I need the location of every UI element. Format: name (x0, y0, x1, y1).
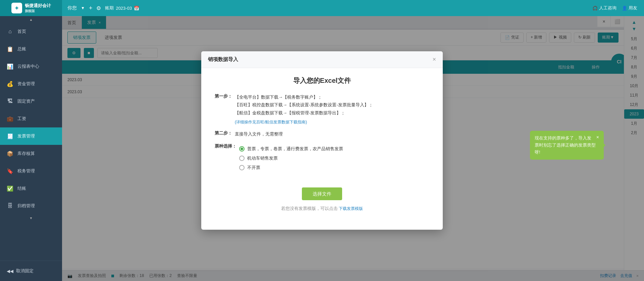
top-bar: ✦ 畅捷通好会计 旗舰版 你您 ▼ + ⚙ 账期 2023-03 📅 🎧 人工咨… (0, 0, 644, 16)
settlement-icon: ✅ (7, 185, 13, 192)
guide-link[interactable]: (详细操作见百旺/航信发票数据下载指南) (235, 120, 307, 124)
radio-2[interactable] (239, 156, 245, 161)
sidebar: ▲ ⌂ 首页 📋 总账 📊 云报表中心 💰 资金管理 🏗 固定资产 💼 工资 🧾… (0, 16, 62, 281)
tooltip-bubble: × 现在支持的票种多了，导入发票时别忘了选择正确的发票类型呀! (530, 131, 604, 160)
archive-icon: 🗄 (7, 203, 13, 209)
step1-link: (详细操作见百旺/航信发票数据下载指南) (235, 118, 429, 126)
top-bar-content: 你您 ▼ + ⚙ 账期 2023-03 📅 (62, 5, 592, 12)
user-menu[interactable]: 👤 用友 (622, 5, 637, 11)
sidebar-item-fund[interactable]: 💰 资金管理 (0, 75, 62, 93)
home-icon: ⌂ (7, 29, 13, 35)
sidebar-bottom: ◀◀ 取消固定 (0, 261, 62, 281)
app-logo: ✦ 畅捷通好会计 旗舰版 (0, 0, 62, 16)
ledger-icon: 📋 (7, 46, 13, 52)
step1-row: 第一步： 【全电平台】数据下载→【税务数字账户】； 【百旺】税控盘数据下载→【系… (215, 93, 429, 126)
radio-row-3: 不开票 (239, 165, 343, 171)
cancel-pin-button[interactable]: ◀◀ 取消固定 (0, 264, 62, 278)
inventory-icon: 📦 (7, 151, 13, 157)
step1-label: 第一步： (215, 93, 235, 126)
sidebar-item-fixed-assets[interactable]: 🏗 固定资产 (0, 93, 62, 110)
sidebar-item-settlement[interactable]: ✅ 结账 (0, 180, 62, 197)
sidebar-scroll-up[interactable]: ▲ (0, 16, 62, 23)
select-file-area: 选择文件 (215, 187, 429, 200)
tooltip-text: 现在支持的票种多了，导入发票时别忘了选择正确的发票类型呀! (535, 135, 596, 155)
sidebar-item-home[interactable]: ⌂ 首页 (0, 23, 62, 40)
ticket-type-row: 票种选择： 普票，专票，卷票，通行费发票，农产品销售发票 机动车销售发票 不开票 (215, 143, 429, 179)
sidebar-item-archive[interactable]: 🗄 归档管理 (0, 197, 62, 215)
dialog-title: 销项数据导入 (208, 56, 238, 63)
sidebar-item-payroll[interactable]: 💼 工资 (0, 110, 62, 127)
sidebar-item-ledger[interactable]: 📋 总账 (0, 40, 62, 58)
sidebar-item-tax[interactable]: 🔖 税务管理 (0, 162, 62, 180)
app-edition: 旗舰版 (25, 9, 51, 13)
step2-row: 第二步： 直接导入文件，无需整理 (215, 130, 429, 138)
invoice-icon: 🧾 (7, 133, 13, 139)
company-dropdown-icon[interactable]: ▼ (81, 6, 85, 10)
payroll-icon: 💼 (7, 116, 13, 122)
dialog-body: 导入您的Excel文件 第一步： 【全电平台】数据下载→【税务数字账户】； 【百… (201, 68, 443, 220)
tooltip-close-button[interactable]: × (596, 135, 599, 139)
cloud-report-icon: 📊 (7, 63, 13, 70)
app-name: 畅捷通好会计 (25, 3, 51, 9)
radio-1[interactable] (239, 146, 245, 152)
period-display: 账期 2023-03 📅 (105, 5, 139, 11)
radio-label-1: 普票，专票，卷票，通行费发票，农产品销售发票 (247, 146, 343, 152)
add-button[interactable]: + (89, 5, 93, 12)
radio-label-3: 不开票 (247, 165, 260, 171)
user-icon: 👤 (622, 6, 627, 11)
sidebar-item-cloud-report[interactable]: 📊 云报表中心 (0, 58, 62, 75)
download-template-link[interactable]: 下载发票模版 (339, 206, 363, 211)
settings-icon[interactable]: ⚙ (96, 5, 101, 11)
step2-label: 第二步： (215, 130, 235, 138)
company-name[interactable]: 你您 (67, 5, 77, 11)
select-file-button[interactable]: 选择文件 (302, 187, 342, 200)
dialog-main-title: 导入您的Excel文件 (215, 76, 429, 85)
radio-row-1: 普票，专票，卷票，通行费发票，农产品销售发票 (239, 146, 343, 152)
dialog-close-button[interactable]: × (432, 56, 436, 63)
step1-content: 【全电平台】数据下载→【税务数字账户】； 【百旺】税控盘数据下载→【系统设置-系… (235, 93, 429, 126)
sidebar-item-inventory[interactable]: 📦 库存核算 (0, 145, 62, 162)
radio-group: 普票，专票，卷票，通行费发票，农产品销售发票 机动车销售发票 不开票 (239, 146, 343, 174)
sidebar-item-invoice[interactable]: 🧾 发票管理 (0, 127, 62, 145)
download-link-row: 若您没有发票模版，可以点击 下载发票模版 (215, 206, 429, 212)
step2-content: 直接导入文件，无需整理 (235, 130, 429, 138)
top-bar-right: 🎧 人工咨询 👤 用友 (592, 5, 637, 11)
dialog-header: 销项数据导入 × (201, 51, 443, 68)
pin-icon: ◀◀ (7, 269, 13, 274)
sidebar-scroll-down[interactable]: ▼ (0, 215, 62, 221)
import-dialog: 销项数据导入 × 导入您的Excel文件 第一步： 【全电平台】数据下载→【税务… (201, 51, 443, 230)
radio-label-2: 机动车销售发票 (247, 155, 278, 161)
tax-icon: 🔖 (7, 168, 13, 174)
ai-consult-button[interactable]: 🎧 人工咨询 (592, 5, 616, 11)
headset-icon: 🎧 (592, 6, 598, 11)
ticket-label: 票种选择： (215, 143, 236, 149)
fund-icon: 💰 (7, 81, 13, 87)
logo-icon: ✦ (11, 3, 22, 13)
radio-3[interactable] (239, 165, 245, 170)
fixed-assets-icon: 🏗 (7, 98, 13, 104)
radio-row-2: 机动车销售发票 (239, 155, 343, 161)
